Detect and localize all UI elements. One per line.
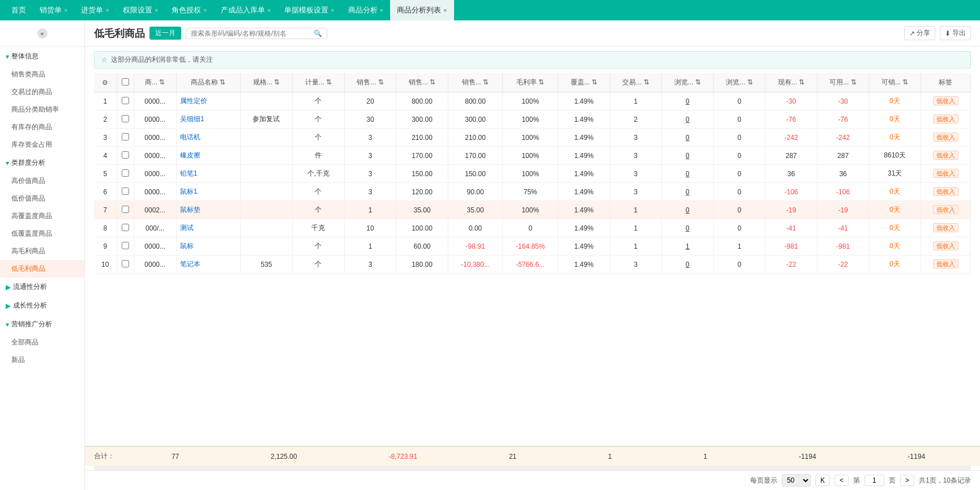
cell-name[interactable]: 鼠标垫 bbox=[176, 201, 240, 219]
sidebar-section-overview[interactable]: ▾ 整体信息 bbox=[0, 47, 84, 66]
th-tag[interactable]: 标签 bbox=[921, 73, 970, 92]
sidebar-section-cluster[interactable]: ▾ 类群度分析 bbox=[0, 154, 84, 172]
close-goods-analysis-icon[interactable]: × bbox=[380, 7, 383, 14]
cell-views1[interactable]: 0 bbox=[662, 147, 714, 165]
cell-check[interactable] bbox=[117, 255, 134, 274]
row-checkbox-1[interactable] bbox=[122, 115, 129, 122]
sidebar-item-low-coverage[interactable]: 低覆盖度商品 bbox=[0, 225, 84, 242]
sidebar-section-circulation[interactable]: ▶ 流通性分析 bbox=[0, 278, 84, 296]
th-checkbox[interactable] bbox=[117, 73, 134, 92]
row-checkbox-4[interactable] bbox=[122, 169, 129, 177]
cell-views1[interactable]: 0 bbox=[662, 110, 714, 129]
select-all-checkbox[interactable] bbox=[122, 78, 129, 86]
cell-check[interactable] bbox=[117, 165, 134, 183]
close-permissions-icon[interactable]: × bbox=[155, 7, 158, 14]
close-roles-icon[interactable]: × bbox=[203, 7, 207, 14]
cell-check[interactable] bbox=[117, 219, 134, 237]
close-sales-icon[interactable]: × bbox=[64, 7, 67, 14]
close-goods-list-icon[interactable]: × bbox=[443, 7, 447, 14]
nav-item-goods-analysis[interactable]: 商品分析 × bbox=[341, 0, 390, 20]
th-spec[interactable]: 规格... ⇅ bbox=[240, 73, 293, 92]
cell-views1[interactable]: 0 bbox=[662, 165, 714, 183]
horizontal-scrollbar[interactable] bbox=[94, 466, 971, 470]
share-button[interactable]: ↗ 分享 bbox=[904, 26, 935, 40]
cell-views1[interactable]: 0 bbox=[662, 219, 714, 237]
cell-check[interactable] bbox=[117, 129, 134, 147]
export-button[interactable]: ⬇ 导出 bbox=[940, 26, 971, 40]
cell-name[interactable]: 测试 bbox=[176, 219, 240, 237]
th-coverage[interactable]: 覆盖... ⇅ bbox=[558, 73, 610, 92]
row-checkbox-0[interactable] bbox=[122, 97, 129, 104]
th-code[interactable]: 商... ⇅ bbox=[134, 73, 176, 92]
nav-item-purchase[interactable]: 进货单 × bbox=[74, 0, 115, 20]
prev-page-button[interactable]: < bbox=[835, 475, 849, 486]
sidebar-section-growth[interactable]: ▶ 成长性分析 bbox=[0, 296, 84, 315]
cell-views1[interactable]: 0 bbox=[662, 255, 714, 274]
row-checkbox-7[interactable] bbox=[122, 224, 129, 231]
sidebar-item-sales-goods[interactable]: 销售类商品 bbox=[0, 66, 84, 83]
row-checkbox-9[interactable] bbox=[122, 260, 129, 267]
row-checkbox-2[interactable] bbox=[122, 133, 129, 140]
cell-name[interactable]: 电话机 bbox=[176, 129, 240, 147]
nav-item-template[interactable]: 单据模板设置 × bbox=[277, 0, 341, 20]
next-page-button[interactable]: > bbox=[900, 475, 914, 486]
first-page-button[interactable]: K bbox=[815, 475, 830, 486]
page-size-select[interactable]: 50 100 200 bbox=[782, 474, 811, 487]
nav-item-home[interactable]: 首页 bbox=[5, 0, 33, 20]
cell-views1[interactable]: 0 bbox=[662, 183, 714, 201]
th-unit[interactable]: 计量... ⇅ bbox=[293, 73, 345, 92]
sidebar-item-new-goods[interactable]: 新品 bbox=[0, 351, 84, 369]
th-available[interactable]: 可用... ⇅ bbox=[817, 73, 869, 92]
th-stock[interactable]: 现有... ⇅ bbox=[765, 73, 818, 92]
th-views1[interactable]: 浏览... ⇅ bbox=[662, 73, 714, 92]
cell-check[interactable] bbox=[117, 147, 134, 165]
search-input[interactable] bbox=[191, 29, 311, 37]
close-purchase-icon[interactable]: × bbox=[105, 7, 109, 14]
cell-views1[interactable]: 0 bbox=[662, 129, 714, 147]
sidebar-item-low-value[interactable]: 低价值商品 bbox=[0, 190, 84, 207]
th-sale-qty[interactable]: 销售... ⇅ bbox=[344, 73, 396, 92]
th-sale-price[interactable]: 销售... ⇅ bbox=[396, 73, 448, 92]
th-views2[interactable]: 浏览... ⇅ bbox=[713, 73, 765, 92]
cell-check[interactable] bbox=[117, 183, 134, 201]
cell-check[interactable] bbox=[117, 201, 134, 219]
close-product-entry-icon[interactable]: × bbox=[267, 7, 271, 14]
cell-name[interactable]: 铅笔1 bbox=[176, 165, 240, 183]
cell-name[interactable]: 鼠标 bbox=[176, 237, 240, 255]
sidebar-item-stock-goods[interactable]: 有库存的商品 bbox=[0, 118, 84, 136]
th-settings[interactable]: ⚙ bbox=[94, 73, 117, 92]
sidebar-item-all-goods[interactable]: 全部商品 bbox=[0, 334, 84, 351]
sidebar-item-stock-capital[interactable]: 库存资金占用 bbox=[0, 136, 84, 154]
nav-item-roles[interactable]: 角色授权 × bbox=[165, 0, 213, 20]
row-checkbox-5[interactable] bbox=[122, 188, 129, 195]
search-icon[interactable]: 🔍 bbox=[314, 29, 322, 37]
nav-item-permissions[interactable]: 权限设置 × bbox=[116, 0, 165, 20]
sidebar-item-low-margin[interactable]: 低毛利商品 bbox=[0, 260, 84, 278]
row-checkbox-3[interactable] bbox=[122, 151, 129, 159]
sidebar-section-marketing[interactable]: ▾ 营销推广分析 bbox=[0, 315, 84, 334]
cell-check[interactable] bbox=[117, 110, 134, 129]
nav-item-sales[interactable]: 销货单 × bbox=[33, 0, 74, 20]
th-saleable[interactable]: 可销... ⇅ bbox=[869, 73, 921, 92]
cell-check[interactable] bbox=[117, 237, 134, 255]
cell-name[interactable]: 吴细细1 bbox=[176, 110, 240, 129]
th-gross-rate[interactable]: 毛利率 ⇅ bbox=[503, 73, 558, 92]
sidebar-item-high-value[interactable]: 高价值商品 bbox=[0, 172, 84, 190]
sidebar-item-category-rate[interactable]: 商品分类助销率 bbox=[0, 101, 84, 118]
th-transactions[interactable]: 交易... ⇅ bbox=[610, 73, 662, 92]
row-checkbox-8[interactable] bbox=[122, 242, 129, 249]
period-button[interactable]: 近一月 bbox=[149, 27, 181, 40]
cell-views1[interactable]: 0 bbox=[662, 92, 714, 110]
sidebar-item-high-margin[interactable]: 高毛利商品 bbox=[0, 242, 84, 260]
cell-views1[interactable]: 1 bbox=[662, 237, 714, 255]
th-name[interactable]: 商品名称 ⇅ bbox=[176, 73, 240, 92]
close-template-icon[interactable]: × bbox=[331, 7, 334, 14]
nav-item-goods-analysis-list[interactable]: 商品分析列表 × bbox=[390, 0, 453, 20]
sidebar-item-traded-goods[interactable]: 交易过的商品 bbox=[0, 83, 84, 101]
row-checkbox-6[interactable] bbox=[122, 206, 129, 213]
cell-views1[interactable]: 0 bbox=[662, 201, 714, 219]
page-number-input[interactable] bbox=[865, 475, 884, 486]
cell-name[interactable]: 笔记本 bbox=[176, 255, 240, 274]
nav-item-product-entry[interactable]: 产成品入库单 × bbox=[214, 0, 277, 20]
cell-check[interactable] bbox=[117, 92, 134, 110]
